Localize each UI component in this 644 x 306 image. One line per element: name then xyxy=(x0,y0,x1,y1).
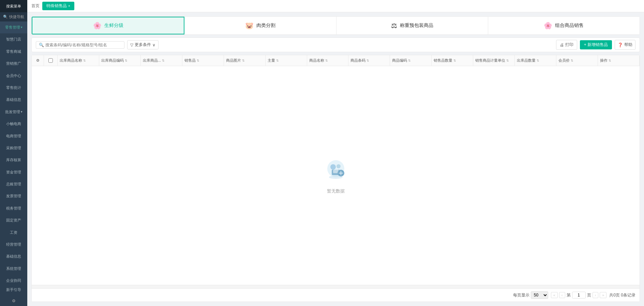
category-tab-combo[interactable]: 🌸组合商品销售 xyxy=(488,17,640,34)
th-out-code: 出库商品编码⇅ xyxy=(99,55,141,66)
th-g-code: 商品编码⇅ xyxy=(390,55,432,66)
sort-icon-weight[interactable]: ⇅ xyxy=(276,59,279,62)
sort-icon-g-name[interactable]: ⇅ xyxy=(325,59,328,62)
sort-icon-unit[interactable]: ⇅ xyxy=(506,59,509,62)
sort-icon-g-code[interactable]: ⇅ xyxy=(408,59,411,62)
filter-label: 更多条件 xyxy=(135,42,151,48)
category-tab-fresh-grade[interactable]: 🌸生鲜分级 xyxy=(32,17,184,34)
th-weight: 主量⇅ xyxy=(266,55,307,66)
sort-icon-barcode[interactable]: ⇅ xyxy=(366,59,369,62)
next-page-button[interactable]: › xyxy=(593,292,599,298)
search-input[interactable] xyxy=(45,43,120,47)
search-box[interactable]: 🔍 xyxy=(36,41,124,49)
th-out-spec: 出库商品...⇅ xyxy=(141,55,182,66)
th-label-sale-item: 销售品 xyxy=(184,58,196,63)
topbar-home[interactable]: 首页 xyxy=(31,3,40,9)
sidebar-item-sys-mgmt[interactable]: 系统管理 xyxy=(0,263,27,275)
sidebar-item-basic-info2[interactable]: 基础信息 xyxy=(0,250,27,262)
sort-icon-member-price[interactable]: ⇅ xyxy=(571,59,573,62)
sidebar-settings[interactable]: ⚙ xyxy=(0,296,27,306)
sidebar-item-retail-stats[interactable]: 零售统计 xyxy=(0,82,27,94)
svg-point-3 xyxy=(336,164,341,168)
page-content: 🌸生鲜分级🐷肉类分割⚖称重预包装商品🌸组合商品销售 🔍 ▽ 更多条件 ∨ 🖨 打… xyxy=(27,12,644,306)
sidebar-item-salary[interactable]: 工资 xyxy=(0,227,27,239)
sidebar-item-tax-mgmt[interactable]: 税务管理 xyxy=(0,202,27,214)
sidebar-arrow-icon: ▾ xyxy=(21,110,23,114)
page-unit: 页 xyxy=(587,292,591,298)
cat-tab-label-combo: 组合商品销售 xyxy=(555,22,584,29)
sort-icon-sale-qty[interactable]: ⇅ xyxy=(453,59,456,62)
sidebar-item-invoice-mgmt[interactable]: 发票管理 xyxy=(0,190,27,202)
sidebar-item-label: 智慧门店 xyxy=(6,37,21,42)
th-label-img: 商品图片 xyxy=(226,58,241,63)
print-button[interactable]: 🖨 打印 xyxy=(556,40,577,50)
sidebar-item-retail-mgmt[interactable]: 零售管理▾ xyxy=(0,21,27,33)
th-label-member-price: 会员价 xyxy=(558,58,570,63)
sidebar-item-ecom-mgmt[interactable]: 电商管理 xyxy=(0,130,27,142)
table-scroll[interactable]: ⚙出库商品名称⇅出库商品编码⇅出库商品...⇅销售品⇅商品图片⇅主量⇅商品名称⇅… xyxy=(32,55,640,66)
sidebar-search[interactable]: 🔍 快捷导航 xyxy=(0,12,27,21)
last-page-button[interactable]: » xyxy=(600,292,606,298)
page-label: 第 xyxy=(567,292,571,298)
help-button[interactable]: ❓ 帮助 xyxy=(615,40,635,50)
sidebar-item-enterprise[interactable]: 企业协同 xyxy=(0,275,27,284)
table-settings-icon[interactable]: ⚙ xyxy=(36,58,40,63)
sidebar-item-marketing[interactable]: 营销推广 xyxy=(0,58,27,70)
cat-tab-label-weight-pack: 称重预包装商品 xyxy=(400,22,433,29)
close-tab-icon[interactable]: × xyxy=(68,4,70,8)
sidebar-item-inventory[interactable]: 库存核算 xyxy=(0,154,27,166)
sidebar-item-operations[interactable]: 经营管理 xyxy=(0,239,27,250)
sidebar-item-wholesale-mgmt[interactable]: 批发管理▾ xyxy=(0,106,27,118)
th-unit: 销售商品计量单位⇅ xyxy=(473,55,515,66)
sidebar-item-label: 小畅电商 xyxy=(6,121,21,126)
sidebar-item-label: 会员中心 xyxy=(6,73,21,78)
sort-icon-op[interactable]: ⇅ xyxy=(609,59,611,62)
cat-tab-icon-meat-cut: 🐷 xyxy=(245,21,254,30)
sort-icon-out-qty[interactable]: ⇅ xyxy=(537,59,539,62)
sort-icon-out-spec[interactable]: ⇅ xyxy=(162,59,165,62)
sidebar-item-smart-store[interactable]: 智慧门店 xyxy=(0,33,27,45)
table-header: ⚙出库商品名称⇅出库商品编码⇅出库商品...⇅销售品⇅商品图片⇅主量⇅商品名称⇅… xyxy=(32,55,640,66)
page-nav: « ‹ 第 页 › » xyxy=(551,292,607,299)
filter-button[interactable]: ▽ 更多条件 ∨ xyxy=(127,40,159,49)
new-guide-label: 新手引导 xyxy=(6,287,21,292)
horizontal-scrollbar[interactable] xyxy=(32,285,640,288)
sidebar-item-members[interactable]: 会员中心 xyxy=(0,70,27,82)
sidebar-item-general-ledger[interactable]: 总账管理 xyxy=(0,178,27,190)
page-input[interactable] xyxy=(572,292,586,299)
sidebar-logo[interactable]: 搜索菜单 xyxy=(0,0,27,12)
sidebar-item-mini-ecom[interactable]: 小畅电商 xyxy=(0,118,27,130)
sidebar-item-finance[interactable]: 资金管理 xyxy=(0,166,27,178)
sort-icon-out-code[interactable]: ⇅ xyxy=(125,59,128,62)
sort-icon-out-name[interactable]: ⇅ xyxy=(83,59,86,62)
page-size-select: 每页显示 102050100 xyxy=(513,291,548,299)
settings-icon: ⚙ xyxy=(12,299,16,303)
sidebar-item-new-guide[interactable]: 新手引导 xyxy=(0,284,27,296)
th-label-weight: 主量 xyxy=(268,58,275,63)
sidebar-item-fixed-assets[interactable]: 固定资产 xyxy=(0,214,27,226)
category-tab-weight-pack[interactable]: ⚖称重预包装商品 xyxy=(336,17,488,34)
page-size-dropdown[interactable]: 102050100 xyxy=(531,291,548,299)
sidebar-item-label: 采购管理 xyxy=(6,146,21,151)
sidebar-item-purchase-mgmt[interactable]: 采购管理 xyxy=(0,142,27,154)
add-sale-button[interactable]: + 新增销售品 xyxy=(580,40,612,49)
sort-icon-sale-item[interactable]: ⇅ xyxy=(197,59,199,62)
category-tab-meat-cut[interactable]: 🐷肉类分割 xyxy=(184,17,336,34)
first-page-button[interactable]: « xyxy=(551,292,558,298)
prev-page-button[interactable]: ‹ xyxy=(559,292,565,298)
select-all-checkbox[interactable] xyxy=(48,58,53,63)
sidebar-item-label: 批发管理 xyxy=(5,109,20,114)
sidebar-item-basic-info[interactable]: 基础信息 xyxy=(0,94,27,106)
sidebar-item-label: 零售管理 xyxy=(5,25,20,30)
th-barcode: 商品条码⇅ xyxy=(348,55,390,66)
toolbar-right: 🖨 打印 + 新增销售品 ❓ 帮助 xyxy=(556,40,635,50)
th-check[interactable] xyxy=(44,55,58,66)
sort-icon-img[interactable]: ⇅ xyxy=(242,59,245,62)
search-icon: 🔍 xyxy=(39,43,44,47)
th-label-out-code: 出库商品编码 xyxy=(101,58,124,63)
sidebar-item-retail-mall[interactable]: 零售商城 xyxy=(0,46,27,58)
topbar-active-tab[interactable]: 特殊销售品 × xyxy=(42,2,74,10)
th-settings[interactable]: ⚙ xyxy=(32,55,44,66)
th-member-price: 会员价⇅ xyxy=(556,55,598,66)
sidebar-item-label: 固定资产 xyxy=(6,218,21,223)
